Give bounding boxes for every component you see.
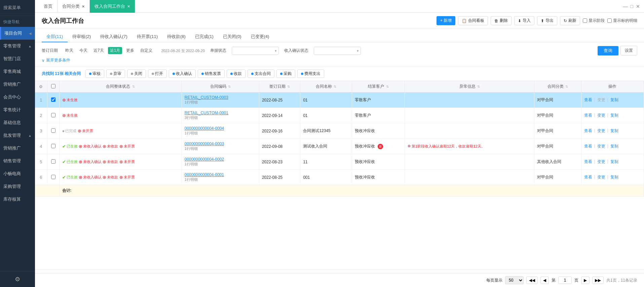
tab-income-workbench[interactable]: 收入合同工作台 ✕ [90, 0, 135, 13]
sidebar-search[interactable]: 搜索菜单 [0, 0, 35, 16]
sidebar-item-retail-stat[interactable]: 零售统计 [0, 104, 35, 116]
sidebar-item-base-info[interactable]: 基础信息 [0, 116, 35, 129]
copy-btn-row1[interactable]: 复制 [610, 97, 618, 103]
show-detail-checkbox[interactable]: 显示标的明细 [607, 18, 637, 24]
change-btn-row3[interactable]: 变更 [597, 128, 605, 134]
close-contract-btn[interactable]: 关闭 [127, 70, 146, 78]
out-contract-btn[interactable]: 支出合同 [248, 70, 274, 78]
query-button[interactable]: 查询 [598, 46, 618, 55]
purchase-btn[interactable]: 采购 [276, 70, 295, 78]
view-btn-row6[interactable]: 查看 [584, 174, 592, 180]
filter-tab-completed[interactable]: 已完成(1) [190, 32, 218, 42]
col-abnormal[interactable]: 异常信息 ⇅ [405, 81, 534, 92]
sidebar-item-smart-store[interactable]: 智慧门店 [0, 52, 35, 65]
change-btn-row4[interactable]: 变更 [597, 144, 605, 149]
income-confirm-select[interactable] [314, 47, 361, 55]
last-page-btn[interactable]: ▶▶ [592, 277, 604, 284]
filter-tab-all[interactable]: 全部(11) [42, 32, 68, 42]
sidebar-item-marketing[interactable]: 营销推广 [0, 78, 35, 91]
change-btn-row5[interactable]: 变更 [597, 159, 605, 165]
date-btn-today[interactable]: 今天 [77, 47, 89, 54]
view-btn-row4[interactable]: 查看 [584, 144, 592, 149]
view-btn-row1[interactable]: 查看 [584, 97, 592, 103]
sidebar-item-inventory[interactable]: 库存核算 [0, 193, 35, 206]
change-btn-row2[interactable]: 变更 [597, 113, 605, 118]
col-customer[interactable]: 结算客户 ⇅ [352, 81, 405, 92]
view-btn-row5[interactable]: 查看 [584, 159, 592, 165]
contract-code-link-row6[interactable]: 0000000000004-0001 [185, 172, 224, 177]
import-button[interactable]: ⬇ 导入 [514, 16, 534, 25]
review-btn[interactable]: 审核 [85, 70, 104, 78]
copy-btn-row3[interactable]: 复制 [610, 128, 618, 134]
maximize-icon[interactable]: □ [631, 4, 633, 9]
bill-status-select[interactable] [232, 47, 279, 55]
show-segment-checkbox[interactable]: 显示阶段 [583, 18, 605, 24]
sidebar-item-purchase[interactable]: 采购管理 [0, 180, 35, 193]
sidebar-item-project[interactable]: 项目合同 ◀ [0, 27, 35, 40]
filter-tab-pending-confirm[interactable]: 待收入确认(7) [96, 32, 132, 42]
date-btn-more[interactable]: 更多 [124, 47, 136, 54]
sidebar-item-xiaochu[interactable]: 小畅电商 [0, 167, 35, 180]
page-input[interactable] [558, 277, 572, 284]
sidebar-item-wholesale[interactable]: 批发管理 ▲ [0, 129, 35, 142]
contract-code-link-row1[interactable]: RETAIL_CUSTOM-0003 [185, 95, 228, 100]
close-tab-contract-cat[interactable]: ✕ [82, 0, 85, 13]
sales-invoice-btn[interactable]: 销售发票 [198, 70, 225, 78]
print-btn[interactable]: 打开 [148, 70, 167, 78]
sidebar-item-sales-mgmt[interactable]: 销售管理 [0, 155, 35, 167]
date-btn-last1m[interactable]: 近1月 [108, 47, 122, 54]
expense-out-btn[interactable]: 费用支出 [297, 70, 324, 78]
view-btn-row2[interactable]: 查看 [584, 113, 592, 118]
export-button[interactable]: ⬆ 导出 [537, 16, 557, 25]
row-checkbox[interactable] [51, 128, 55, 133]
copy-btn-row4[interactable]: 复制 [610, 144, 618, 149]
abandon-btn[interactable]: 弃审 [106, 70, 125, 78]
copy-btn-row2[interactable]: 复制 [610, 113, 618, 118]
contract-code-link-row5[interactable]: 0000000000004-0002 [185, 157, 224, 162]
per-page-select[interactable]: 50 10 20 100 [505, 276, 524, 284]
row-checkbox[interactable] [51, 175, 55, 179]
select-all-checkbox[interactable] [51, 84, 55, 88]
filter-tab-pending-payment[interactable]: 待收款(8) [162, 32, 190, 42]
close-icon[interactable]: ✕ [636, 4, 640, 9]
change-btn-row6[interactable]: 变更 [597, 174, 605, 180]
col-name[interactable]: 合同名称 ⇅ [300, 81, 352, 92]
col-sign-date[interactable]: 签订日期 ⇅ [259, 81, 300, 92]
date-btn-custom[interactable]: 自定义 [138, 47, 154, 54]
col-code[interactable]: 合同编码 ⇅ [182, 81, 259, 92]
horizontal-scrollbar[interactable] [35, 269, 644, 273]
tab-home[interactable]: 首页 [39, 0, 58, 13]
add-button[interactable]: + 新增 [437, 16, 455, 25]
row-checkbox[interactable] [51, 159, 55, 164]
sidebar-item-mkt-push[interactable]: 营销推广 [0, 142, 35, 155]
sidebar-item-retail-mall[interactable]: 零售商城 [0, 65, 35, 78]
filter-tab-changed[interactable]: 已变更(4) [246, 32, 274, 42]
receipt-btn[interactable]: 收款 [227, 70, 245, 78]
close-tab-income-workbench[interactable]: ✕ [127, 0, 130, 13]
contract-board-button[interactable]: 📋 合同看板 [458, 16, 488, 25]
date-btn-last7[interactable]: 近7天 [91, 47, 106, 54]
copy-btn-row5[interactable]: 复制 [610, 159, 618, 165]
filter-tab-closed[interactable]: 已关闭(0) [218, 32, 246, 42]
sidebar-item-member[interactable]: 会员中心 [0, 91, 35, 104]
col-category[interactable]: 合同分类 ⇅ [534, 81, 581, 92]
expand-conditions-btn[interactable]: ∨ 展开更多条件 [42, 57, 637, 63]
delete-button[interactable]: 🗑 删除 [491, 16, 512, 25]
first-page-btn[interactable]: ◀◀ [526, 277, 538, 284]
row-checkbox[interactable] [51, 113, 55, 117]
view-btn-row3[interactable]: 查看 [584, 128, 592, 134]
income-confirm-btn[interactable]: 收入确认 [169, 70, 196, 78]
contract-code-link-row4[interactable]: 0000000000004-0003 [185, 141, 224, 146]
sidebar-settings[interactable]: ⚙ [0, 271, 35, 287]
copy-btn-row6[interactable]: 复制 [610, 174, 618, 180]
contract-code-link-row3[interactable]: 0000000000004-0004 [185, 126, 224, 131]
filter-tab-pending-invoice[interactable]: 待开票(11) [132, 32, 162, 42]
refresh-button[interactable]: ↻ 刷新 [560, 16, 580, 25]
col-gear[interactable]: ⚙ [35, 81, 47, 92]
contract-code-link-row2[interactable]: RETAIL_CUSTOM-0001 [185, 111, 228, 115]
tab-contract-cat[interactable]: 合同分类 ✕ [58, 0, 90, 13]
next-page-btn[interactable]: ▶ [581, 277, 590, 284]
settings-button[interactable]: 设置 [620, 46, 637, 55]
row-checkbox[interactable] [51, 144, 55, 148]
prev-page-btn[interactable]: ◀ [540, 277, 549, 284]
